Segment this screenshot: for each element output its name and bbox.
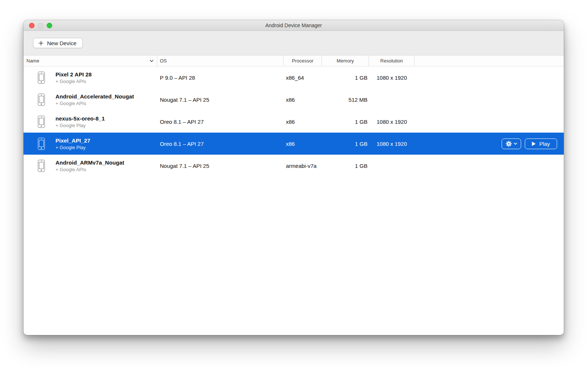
phone-icon: [38, 94, 45, 106]
device-services: + Google Play: [55, 123, 105, 128]
play-device-button[interactable]: Play: [525, 138, 557, 149]
minimize-window-button[interactable]: [38, 23, 43, 28]
play-label: Play: [539, 141, 550, 147]
play-icon: [532, 141, 536, 146]
column-header-name-label: Name: [26, 58, 39, 64]
device-services: + Google APIs: [55, 167, 124, 172]
chevron-down-icon: [514, 143, 517, 145]
plus-icon: [38, 40, 44, 46]
phone-icon: [38, 116, 45, 128]
device-name: Android_Accelerated_Nougat: [55, 93, 134, 100]
device-resolution: [369, 155, 415, 177]
phone-icon: [38, 72, 45, 84]
phone-icon: [38, 160, 45, 172]
column-header-processor[interactable]: Processor: [284, 55, 322, 66]
column-header-resolution[interactable]: Resolution: [369, 55, 415, 66]
device-memory: 512 MB: [322, 89, 369, 111]
android-device-manager-window: Android Device Manager New Device Name O…: [24, 20, 564, 335]
device-list: Pixel 2 API 28 + Google APIs P 9.0 – API…: [24, 66, 564, 177]
device-row-nexus-5x-oreo-8-1[interactable]: nexus-5x-oreo-8_1 + Google Play Oreo 8.1…: [24, 111, 564, 133]
device-settings-button[interactable]: [502, 138, 521, 149]
phone-icon: [38, 138, 45, 150]
device-memory: 1 GB: [322, 111, 369, 133]
device-services: + Google Play: [55, 145, 90, 150]
device-row-android-armv7a-nougat[interactable]: Android_ARMv7a_Nougat + Google APIs Noug…: [24, 155, 564, 177]
new-device-button[interactable]: New Device: [33, 38, 83, 48]
device-memory: 1 GB: [322, 66, 369, 89]
device-os: P 9.0 – API 28: [157, 66, 284, 89]
device-name: nexus-5x-oreo-8_1: [55, 115, 105, 122]
device-services: + Google APIs: [55, 79, 92, 84]
device-os: Oreo 8.1 – API 27: [157, 111, 284, 133]
device-name: Android_ARMv7a_Nougat: [55, 159, 124, 166]
device-resolution: 1080 x 1920: [369, 111, 415, 133]
device-memory: 1 GB: [322, 133, 369, 155]
device-processor: x86_64: [284, 66, 322, 89]
device-os: Nougat 7.1 – API 25: [157, 89, 284, 111]
column-header-memory-label: Memory: [337, 58, 354, 64]
toolbar: New Device: [24, 31, 564, 55]
table-header: Name OS Processor Memory Resolution: [24, 55, 564, 66]
gear-icon: [506, 141, 512, 147]
device-processor: x86: [284, 111, 322, 133]
device-processor: x86: [284, 133, 322, 155]
device-name: Pixel_API_27: [55, 137, 90, 144]
column-header-os-label: OS: [160, 58, 167, 64]
window-titlebar[interactable]: Android Device Manager: [24, 20, 564, 31]
column-header-resolution-label: Resolution: [380, 58, 403, 64]
close-window-button[interactable]: [29, 23, 35, 28]
window-title: Android Device Manager: [265, 22, 322, 28]
device-resolution: 1080 x 1920: [369, 66, 415, 89]
column-header-memory[interactable]: Memory: [322, 55, 369, 66]
device-os: Nougat 7.1 – API 25: [157, 155, 284, 177]
new-device-label: New Device: [47, 40, 76, 46]
device-row-android-accelerated-nougat[interactable]: Android_Accelerated_Nougat + Google APIs…: [24, 89, 564, 111]
device-memory: 1 GB: [322, 155, 369, 177]
device-processor: x86: [284, 89, 322, 111]
column-header-processor-label: Processor: [292, 58, 313, 64]
column-header-os[interactable]: OS: [157, 55, 284, 66]
device-row-pixel-api-27-selected[interactable]: Pixel_API_27 + Google Play Oreo 8.1 – AP…: [24, 133, 564, 155]
column-header-name[interactable]: Name: [24, 55, 157, 66]
column-header-filler: [415, 55, 564, 66]
device-resolution: 1080 x 1920: [369, 133, 415, 155]
device-services: + Google APIs: [55, 101, 134, 106]
device-row-pixel-2-api-28[interactable]: Pixel 2 API 28 + Google APIs P 9.0 – API…: [24, 66, 564, 89]
device-name: Pixel 2 API 28: [55, 71, 92, 78]
zoom-window-button[interactable]: [47, 23, 52, 28]
traffic-lights: [29, 23, 52, 28]
device-resolution: [369, 89, 415, 111]
device-processor: armeabi-v7a: [284, 155, 322, 177]
device-os: Oreo 8.1 – API 27: [157, 133, 284, 155]
sort-chevron-down-icon: [150, 60, 154, 62]
